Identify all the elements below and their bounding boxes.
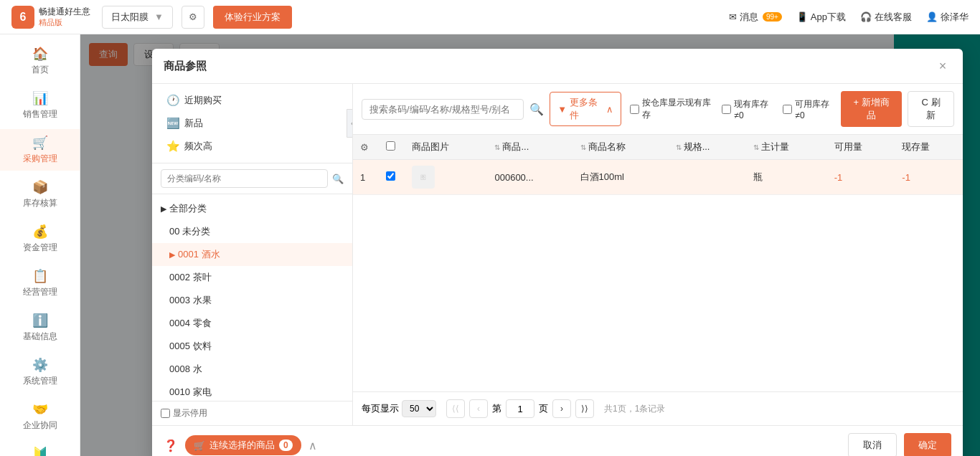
img-column-header: 商品图片 bbox=[405, 135, 487, 160]
product-thumbnail: 图 bbox=[412, 166, 435, 189]
online-service-button[interactable]: 🎧 在线客服 bbox=[860, 11, 912, 24]
product-search-input[interactable] bbox=[362, 99, 524, 120]
sidebar-item-label: 资金管理 bbox=[23, 242, 57, 254]
row-checkbox bbox=[379, 160, 405, 195]
collapse-footer-icon[interactable]: ∧ bbox=[308, 439, 317, 452]
add-product-button[interactable]: + 新增商品 bbox=[841, 91, 902, 127]
left-panel: 🕐 近期购买 🆕 新品 ⭐ 频次高 ‹‹ bbox=[152, 84, 353, 425]
cat-arrow-icon: ▶ bbox=[161, 204, 166, 214]
business-icon: 📋 bbox=[32, 268, 48, 284]
main-layout: 🏠 首页 📊 销售管理 🛒 采购管理 📦 库存核算 💰 资金管理 📋 经营管理 … bbox=[0, 34, 980, 456]
company-dropdown[interactable]: 日太阳膜 ▼ bbox=[102, 6, 173, 29]
category-all[interactable]: ▶ 全部分类 bbox=[152, 197, 352, 220]
confirm-button[interactable]: 确定 bbox=[904, 433, 951, 456]
next-page-button[interactable]: › bbox=[552, 399, 571, 418]
cart-icon: 🛒 bbox=[194, 440, 205, 451]
row-select-checkbox[interactable] bbox=[386, 171, 395, 181]
category-beverage[interactable]: 0005 饮料 bbox=[152, 335, 352, 358]
footer-buttons: 取消 确定 bbox=[848, 433, 951, 456]
first-page-button[interactable]: ⟨⟨ bbox=[446, 399, 465, 418]
nonzero-stock-checkbox[interactable]: 现有库存≠0 bbox=[722, 98, 774, 120]
user-menu[interactable]: 👤 徐泽华 bbox=[926, 11, 969, 24]
category-search-icon[interactable]: 🔍 bbox=[332, 174, 344, 184]
sort-icon[interactable]: ⇅ bbox=[580, 143, 586, 151]
high-frequency-button[interactable]: ⭐ 频次高 bbox=[161, 136, 344, 157]
collab-icon: 🤝 bbox=[32, 402, 48, 417]
warehouse-stock-checkbox[interactable]: 按仓库显示现有库存 bbox=[630, 97, 713, 121]
more-filter-button[interactable]: ▼ 更多条件 ∧ bbox=[550, 92, 621, 126]
sales-icon: 📊 bbox=[32, 90, 48, 106]
category-snack[interactable]: 0004 零食 bbox=[152, 312, 352, 335]
per-page-select[interactable]: 50 bbox=[402, 400, 436, 417]
category-water[interactable]: 0008 水 bbox=[152, 358, 352, 381]
sidebar-item-finance[interactable]: 💰 资金管理 bbox=[0, 218, 80, 260]
guide-icon: 🔰 bbox=[32, 446, 48, 456]
prev-page-button[interactable]: ‹ bbox=[469, 399, 488, 418]
select-all-checkbox[interactable] bbox=[386, 141, 395, 151]
nonzero-available-checkbox[interactable]: 可用库存≠0 bbox=[783, 98, 835, 120]
sidebar-item-label: 销售管理 bbox=[23, 108, 57, 120]
show-disabled-input[interactable] bbox=[161, 409, 170, 418]
per-page-selector: 每页显示 50 bbox=[362, 400, 436, 417]
gear-button[interactable]: ⚙ bbox=[182, 6, 204, 29]
sidebar-item-purchase[interactable]: 🛒 采购管理 bbox=[0, 129, 80, 171]
sidebar-item-guide[interactable]: 🔰 新手引导 bbox=[0, 440, 80, 456]
sidebar-item-label: 库存核算 bbox=[23, 197, 57, 209]
recent-purchase-button[interactable]: 🕐 近期购买 bbox=[161, 90, 344, 111]
category-liquor[interactable]: ▶ 0001 酒水 bbox=[152, 243, 352, 266]
cart-selection-button[interactable]: 🛒 连续选择的商品 0 bbox=[185, 435, 301, 455]
category-tea[interactable]: 0002 茶叶 bbox=[152, 266, 352, 289]
unit-column-header: ⇅ 主计量 bbox=[746, 135, 826, 160]
row-stock: -1 bbox=[895, 160, 963, 195]
checkbox-column-header bbox=[379, 135, 405, 160]
finance-icon: 💰 bbox=[32, 224, 48, 239]
sidebar-item-basic-info[interactable]: ℹ️ 基础信息 bbox=[0, 307, 80, 348]
category-fruit[interactable]: 0003 水果 bbox=[152, 289, 352, 312]
row-code: 000600... bbox=[487, 160, 573, 195]
sort-icon[interactable]: ⇅ bbox=[494, 143, 500, 151]
sidebar-item-business[interactable]: 📋 经营管理 bbox=[0, 262, 80, 304]
sort-icon[interactable]: ⇅ bbox=[676, 143, 682, 151]
info-icon: ℹ️ bbox=[32, 313, 48, 328]
product-search-button[interactable]: 🔍 bbox=[529, 103, 544, 116]
sidebar: 🏠 首页 📊 销售管理 🛒 采购管理 📦 库存核算 💰 资金管理 📋 经营管理 … bbox=[0, 34, 80, 456]
app-download-button[interactable]: 📱 App下载 bbox=[796, 11, 846, 24]
show-disabled-checkbox[interactable]: 显示停用 bbox=[161, 407, 207, 419]
pagination: 每页显示 50 ⟨⟨ ‹ 第 页 › ⟩⟩ bbox=[353, 391, 963, 425]
category-appliance[interactable]: 0010 家电 bbox=[152, 381, 352, 401]
toolbar-right: + 新增商品 C 刷新 bbox=[841, 91, 954, 127]
sidebar-item-collab[interactable]: 🤝 企业协同 bbox=[0, 396, 80, 437]
category-search-input[interactable] bbox=[161, 169, 328, 188]
sort-icon[interactable]: ⇅ bbox=[753, 143, 759, 151]
last-page-button[interactable]: ⟩⟩ bbox=[575, 399, 594, 418]
trial-button[interactable]: 体验行业方案 bbox=[213, 6, 292, 29]
row-available: -1 bbox=[827, 160, 895, 195]
row-num: 1 bbox=[353, 160, 379, 195]
category-unclassified[interactable]: 00 未分类 bbox=[152, 220, 352, 243]
freq-icon: ⭐ bbox=[166, 140, 180, 153]
cart-count-badge: 0 bbox=[279, 440, 293, 451]
sidebar-item-label: 系统管理 bbox=[23, 375, 57, 387]
product-table: ⚙ 商品图片 bbox=[353, 135, 963, 195]
total-info: 共1页，1条记录 bbox=[604, 403, 665, 415]
new-product-button[interactable]: 🆕 新品 bbox=[161, 113, 344, 134]
refresh-button[interactable]: C 刷新 bbox=[908, 91, 954, 127]
panel-collapse-button[interactable]: ‹‹ bbox=[347, 109, 353, 138]
headset-icon: 🎧 bbox=[860, 11, 872, 22]
sidebar-item-system[interactable]: ⚙️ 系统管理 bbox=[0, 351, 80, 393]
category-tree: ▶ 全部分类 00 未分类 ▶ 0001 酒水 0002 茶 bbox=[152, 194, 352, 401]
cancel-button[interactable]: 取消 bbox=[848, 433, 897, 456]
logo-area: 6 畅捷通好生意 精品版 bbox=[11, 6, 90, 29]
table-row[interactable]: 1 图 bbox=[353, 160, 963, 195]
message-icon: ✉ bbox=[729, 11, 737, 22]
sidebar-item-home[interactable]: 🏠 首页 bbox=[0, 40, 80, 82]
column-settings-icon[interactable]: ⚙ bbox=[360, 142, 369, 153]
help-icon[interactable]: ❓ bbox=[164, 439, 178, 452]
sidebar-item-sales[interactable]: 📊 销售管理 bbox=[0, 85, 80, 126]
page-number-input[interactable] bbox=[506, 399, 534, 418]
sidebar-item-inventory[interactable]: 📦 库存核算 bbox=[0, 174, 80, 215]
message-button[interactable]: ✉ 消息 99+ bbox=[729, 11, 782, 24]
modal-close-button[interactable]: × bbox=[934, 57, 951, 75]
modal-footer: ❓ 🛒 连续选择的商品 0 ∧ 取消 确定 bbox=[152, 425, 963, 456]
purchase-icon: 🛒 bbox=[32, 135, 48, 151]
